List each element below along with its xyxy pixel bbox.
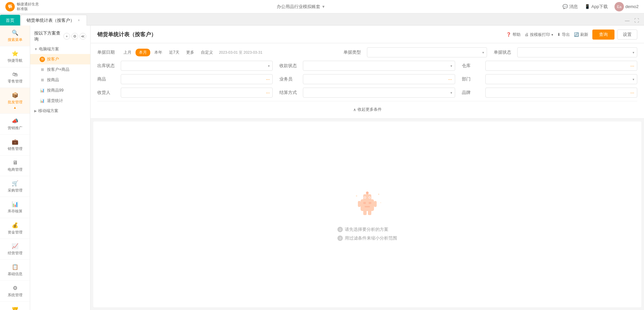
sidebar-label: 经营管理 [8,251,22,255]
sidebar-label: 库存核算 [8,209,22,213]
tab-sales-report[interactable]: 销货单统计表（按客户） × [21,15,87,25]
user-menu-button[interactable]: Ea demo2 [614,2,639,11]
scheme-item-by-goods[interactable]: ⊞ 按商品 [30,75,90,85]
ecommerce-icon: 🖥 [12,160,18,166]
date-tab-7days[interactable]: 近7天 [166,49,182,56]
sidebar-item-search-menu[interactable]: 🔍 搜索菜单 [0,25,30,46]
goods-input[interactable]: ··· [121,74,273,84]
content-actions: 查询 设置 [592,30,637,40]
app-download-button[interactable]: 📱 App下载 [585,4,608,10]
dept-field: 部门 ▾ [462,74,637,84]
add-scheme-button[interactable]: + [63,33,70,40]
salesperson-input[interactable]: ··· [303,74,455,84]
scheme-item-by-customer[interactable]: 按 按客户 [30,54,90,64]
date-filter-field: 单据日期 上月 本月 本年 近7天 更多 自定义 2023-03-01 至 20… [97,49,337,56]
hint-number-2: ② [337,236,343,241]
tree-group-mobile-header[interactable]: ▶ 移动端方案 [30,106,90,116]
industry-dropdown-icon[interactable]: ▾ [322,4,325,9]
salesperson-field: 业务员 ··· [279,74,455,84]
scheme-item-by-goods-99[interactable]: 📊 按商品99 [30,85,90,96]
sidebar-item-quick-nav[interactable]: ⭐ 快捷导航 [0,46,30,67]
help-button[interactable]: ❓ 帮助 [506,32,521,38]
date-tab-last-month[interactable]: 上月 [121,49,134,56]
brand-field: 品牌 ··· [462,88,637,98]
settlement-field: 结算方式 ▾ [279,88,455,98]
query-button[interactable]: 查询 [592,30,614,40]
search-icon: 🔍 [12,30,18,36]
sales-icon: 💼 [12,139,18,145]
brand-input[interactable]: ··· [485,88,637,98]
message-button[interactable]: 💬 消息 [562,4,578,10]
scheme-item-by-customer-goods[interactable]: ⊞ 按客户+商品 [30,64,90,75]
doc-type-input[interactable]: ▾ [367,47,487,57]
finance-icon: 💰 [12,222,18,228]
settlement-input[interactable]: ▾ [303,88,455,98]
receiver-label: 收货人 [97,90,121,96]
main-layout: 🔍 搜索菜单 ⭐ 快捷导航 🛍 零售管理 📦 批发管理 ▲ 📣 营销推广 💼 销… [0,25,644,310]
sidebar-item-enterprise[interactable]: 🤝 企业协同 [0,302,30,310]
dept-label: 部门 [462,76,485,82]
tab-close-button[interactable]: × [76,18,81,23]
date-tab-this-month[interactable]: 本月 [136,49,150,56]
payment-status-input[interactable]: ▾ [303,61,455,71]
sidebar-item-ecommerce[interactable]: 🖥 电商管理 [0,156,30,176]
sidebar-item-inventory[interactable]: 📊 库存核算 [0,197,30,218]
enterprise-icon: 🤝 [12,306,18,310]
refresh-icon: 🔄 [574,32,579,37]
sidebar-item-marketing[interactable]: 📣 营销推广 [0,114,30,135]
tree-group-desktop-label: 电脑端方案 [39,46,59,52]
scheme-icon-by-goods: ⊞ [40,78,45,83]
collapse-filter-button[interactable]: ∧ 收起更多条件 [353,105,382,114]
out-status-input[interactable]: ▾ [121,61,273,71]
sidebar-item-system[interactable]: ⚙ 系统管理 [0,281,30,302]
print-dropdown-icon: ▾ [551,33,553,37]
wholesale-icon: 📦 [12,92,18,98]
scheme-item-return-stats[interactable]: 📊 退货统计 [30,96,90,106]
scheme-icon-by-goods-99: 📊 [40,88,45,93]
settings-scheme-button[interactable]: ⚙ [71,33,78,40]
print-icon: 🖨 [525,32,529,37]
logo-icon: 畅 [5,2,15,11]
username-label: demo2 [625,4,639,9]
tab-home[interactable]: 首页 [0,15,20,25]
more-dots-icon: ··· [266,90,270,95]
tree-group-mobile: ▶ 移动端方案 [30,106,90,116]
sidebar-label: 采购管理 [8,188,22,193]
tab-minimize-button[interactable]: — [624,17,631,24]
sidebar-item-retail[interactable]: 🛍 零售管理 [0,67,30,88]
sidebar-item-basics[interactable]: 📋 基础信息 [0,260,30,280]
warehouse-input[interactable]: ··· [485,61,637,71]
message-icon: 💬 [562,4,568,9]
export-icon: ⬇ [557,32,560,37]
sidebar-item-operations[interactable]: 📈 经营管理 [0,239,30,260]
chevron-down-icon: ▾ [450,64,452,68]
sidebar-label: 系统管理 [8,293,22,297]
refresh-button[interactable]: 🔄 刷新 [574,32,588,38]
tree-group-desktop: ▼ 电脑端方案 按 按客户 ⊞ 按客户+商品 ⊞ 按商品 📊 按商品99 📊 退 [30,44,90,106]
export-button[interactable]: ⬇ 导出 [557,32,570,38]
sidebar-item-wholesale[interactable]: 📦 批发管理 ▲ [0,88,30,114]
sidebar-item-finance[interactable]: 💰 资金管理 [0,218,30,239]
receiver-input[interactable]: ··· [121,88,273,98]
tab-maximize-button[interactable]: ⛶ [633,17,640,24]
topbar: 畅 畅捷通好生意 标准版 办公用品行业模拟账套 ▾ 💬 消息 📱 App下载 E… [0,0,644,13]
empty-hint-1: ① 请先选择要分析的方案 [337,226,397,232]
operations-icon: 📈 [12,243,18,249]
goods-field: 商品 ··· [97,74,273,84]
template-print-button[interactable]: 🖨 按模板打印 ▾ [525,32,553,38]
sidebar-item-sales[interactable]: 💼 销售管理 [0,135,30,155]
salesperson-label: 业务员 [279,76,303,82]
empty-state: ① 请先选择要分析的方案 ② 用过滤条件来缩小分析范围 [93,121,641,307]
collapse-panel-button[interactable]: ≪ [79,33,86,40]
date-tab-more[interactable]: 更多 [183,49,197,56]
date-tab-this-year[interactable]: 本年 [152,49,165,56]
payment-status-field: 收款状态 ▾ [279,61,455,71]
svg-point-16 [378,194,379,195]
dept-input[interactable]: ▾ [485,74,637,84]
settings-button[interactable]: 设置 [617,30,637,40]
date-tab-custom[interactable]: 自定义 [198,49,216,56]
sidebar-item-purchase[interactable]: 🛒 采购管理 [0,176,30,197]
topbar-left: 畅 畅捷通好生意 标准版 [5,2,39,11]
tree-group-desktop-header[interactable]: ▼ 电脑端方案 [30,44,90,54]
doc-status-input[interactable]: ▾ [517,47,637,57]
